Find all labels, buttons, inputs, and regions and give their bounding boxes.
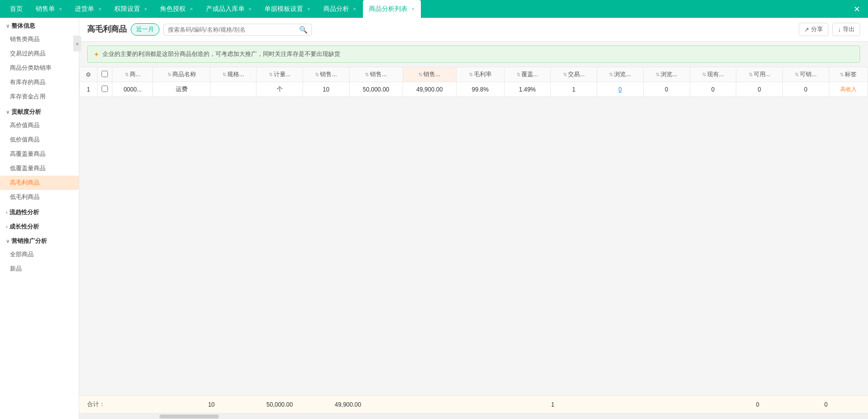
col-spec[interactable]: ⇅ 规格...	[210, 67, 256, 82]
sidebar-item-all-goods[interactable]: 全部商品	[0, 247, 79, 262]
export-button[interactable]: ↓ 导出	[832, 23, 860, 36]
cell-available: 0	[736, 82, 783, 97]
nav-permission-settings[interactable]: 权限设置 ×	[108, 0, 153, 18]
settings-icon: ⚙	[86, 71, 91, 78]
close-product-analysis-list[interactable]: ×	[411, 6, 414, 12]
sidebar-item-low-value[interactable]: 低价值商品	[0, 133, 79, 147]
cell-browse2: 0	[643, 82, 690, 97]
table-container: ⚙ ⇅ 商... ⇅	[79, 67, 868, 395]
cell-coverage: 1.49%	[504, 82, 551, 97]
sidebar-item-traded-goods[interactable]: 交易过的商品	[0, 47, 79, 61]
close-sales-order[interactable]: ×	[59, 6, 62, 12]
col-tag-sort: ⇅	[840, 72, 844, 77]
nav-template-settings[interactable]: 单据模板设置 ×	[258, 0, 316, 18]
cell-current: 0	[690, 82, 736, 97]
col-sales-qty[interactable]: ⇅ 销售...	[303, 67, 350, 82]
cell-browse1[interactable]: 0	[597, 82, 644, 97]
col-tag[interactable]: ⇅ 标签	[829, 67, 868, 82]
close-template[interactable]: ×	[307, 6, 310, 12]
info-banner: ✦ 企业的主要的利润都是这部分商品创造的，可考虑加大推广，同时关注库存是不要出现…	[87, 46, 860, 63]
col-code[interactable]: ⇅ 商...	[112, 67, 153, 82]
col-unit[interactable]: ⇅ 计量...	[256, 67, 303, 82]
close-purchase-order[interactable]: ×	[98, 6, 101, 12]
sidebar: ∨ 整体信息 销售类商品 交易过的商品 商品分类助销率 有库存的商品 库存资金占…	[0, 18, 79, 419]
sidebar-group-trend-arrow: ›	[6, 210, 7, 215]
sidebar-item-category-assist[interactable]: 商品分类助销率	[0, 61, 79, 75]
window-close-button[interactable]: ✕	[850, 4, 864, 14]
sidebar-group-overall[interactable]: ∨ 整体信息	[0, 18, 79, 32]
col-browse1[interactable]: ⇅ 浏览...	[597, 67, 644, 82]
cell-tag: 高收入	[829, 82, 868, 97]
share-button[interactable]: ↗ 分享	[799, 23, 828, 36]
filter-recent-month[interactable]: 近一月	[131, 23, 159, 36]
col-available-sort: ⇅	[749, 72, 753, 77]
horizontal-scrollbar[interactable]	[79, 413, 868, 419]
sidebar-group-marketing-arrow: ∨	[6, 238, 9, 244]
cell-spec	[210, 82, 256, 97]
col-transaction[interactable]: ⇅ 交易...	[551, 67, 597, 82]
col-sales-qty-sort: ⇅	[315, 72, 319, 77]
sidebar-item-low-coverage[interactable]: 低覆盖量商品	[0, 161, 79, 176]
col-browse1-sort: ⇅	[609, 72, 613, 77]
col-name[interactable]: ⇅ 商品名称	[153, 67, 210, 82]
cell-gross-rate: 99.8%	[456, 82, 504, 97]
nav-role-auth[interactable]: 角色授权 ×	[154, 0, 199, 18]
nav-product-analysis-list[interactable]: 商品分析列表 ×	[363, 0, 420, 18]
col-sales-amount[interactable]: ⇅ 销售...	[349, 67, 403, 82]
sidebar-group-trend[interactable]: › 流趋性分析	[0, 204, 79, 219]
sidebar-item-inventory-capital[interactable]: 库存资金占用	[0, 90, 79, 104]
content-area: 高毛利商品 近一月 🔍 ↗ 分享 ↓ 导出 ✦ 企业的主	[79, 18, 868, 419]
col-checkbox	[98, 67, 112, 82]
sidebar-item-sales-goods[interactable]: 销售类商品	[0, 32, 79, 47]
nav-product-inbound[interactable]: 产成品入库单 ×	[200, 0, 257, 18]
col-sales-amount-sort: ⇅	[365, 72, 369, 77]
sidebar-group-growth[interactable]: › 成长性分析	[0, 219, 79, 233]
footer-available: 0	[806, 401, 846, 408]
nav-purchase-order[interactable]: 进货单 ×	[69, 0, 107, 18]
footer-transaction: 1	[533, 401, 572, 408]
close-permission[interactable]: ×	[144, 6, 147, 12]
sidebar-group-contribution[interactable]: ∨ 贡献度分析	[0, 104, 79, 118]
footer-current: 0	[738, 401, 777, 408]
sidebar-group-marketing[interactable]: ∨ 营销推广分析	[0, 233, 79, 247]
cell-salable: 0	[782, 82, 829, 97]
top-navigation: 首页 销售单 × 进货单 × 权限设置 × 角色授权 × 产成品入库单 × 单据…	[0, 0, 868, 18]
col-gross-rate[interactable]: ⇅ 毛利率	[456, 67, 504, 82]
col-settings[interactable]: ⚙	[80, 67, 98, 82]
scrollbar-thumb[interactable]	[159, 415, 219, 419]
cell-checkbox	[98, 82, 112, 97]
nav-product-analysis[interactable]: 商品分析 ×	[317, 0, 362, 18]
footer-totals: 合计： 10 50,000.00 49,900.00 1 0 0	[79, 395, 868, 413]
close-product-inbound[interactable]: ×	[249, 6, 252, 12]
search-icon[interactable]: 🔍	[299, 26, 307, 34]
row-checkbox[interactable]	[102, 86, 108, 92]
col-browse2[interactable]: ⇅ 浏览...	[643, 67, 690, 82]
info-icon: ✦	[94, 50, 100, 58]
sidebar-collapse-button[interactable]: «	[73, 36, 81, 51]
sidebar-item-new-goods[interactable]: 新品	[0, 262, 79, 276]
sidebar-item-high-margin[interactable]: 高毛利商品	[0, 176, 79, 190]
col-code-sort: ⇅	[125, 72, 129, 77]
col-salable[interactable]: ⇅ 可销...	[782, 67, 829, 82]
col-current[interactable]: ⇅ 现有...	[690, 67, 736, 82]
sidebar-group-growth-arrow: ›	[6, 224, 7, 230]
nav-home[interactable]: 首页	[4, 0, 29, 18]
close-role-auth[interactable]: ×	[190, 6, 193, 12]
close-product-analysis[interactable]: ×	[353, 6, 356, 12]
data-table: ⚙ ⇅ 商... ⇅	[79, 67, 868, 97]
nav-sales-order[interactable]: 销售单 ×	[30, 0, 68, 18]
export-icon: ↓	[838, 26, 841, 33]
sidebar-item-high-coverage[interactable]: 高覆盖量商品	[0, 147, 79, 161]
select-all-checkbox[interactable]	[102, 71, 108, 77]
sidebar-item-high-value[interactable]: 高价值商品	[0, 118, 79, 133]
col-available[interactable]: ⇅ 可用...	[736, 67, 783, 82]
footer-sales-cost: 49,900.00	[328, 401, 368, 408]
col-unit-sort: ⇅	[269, 72, 273, 77]
search-input[interactable]	[168, 26, 297, 33]
main-layout: ∨ 整体信息 销售类商品 交易过的商品 商品分类助销率 有库存的商品 库存资金占…	[0, 18, 868, 419]
col-coverage-sort: ⇅	[516, 72, 520, 77]
col-coverage[interactable]: ⇅ 覆盖...	[504, 67, 551, 82]
sidebar-item-inventory-goods[interactable]: 有库存的商品	[0, 75, 79, 90]
sidebar-item-low-margin[interactable]: 低毛利商品	[0, 190, 79, 204]
col-sales-cost[interactable]: ⇅ 销售...	[403, 67, 456, 82]
